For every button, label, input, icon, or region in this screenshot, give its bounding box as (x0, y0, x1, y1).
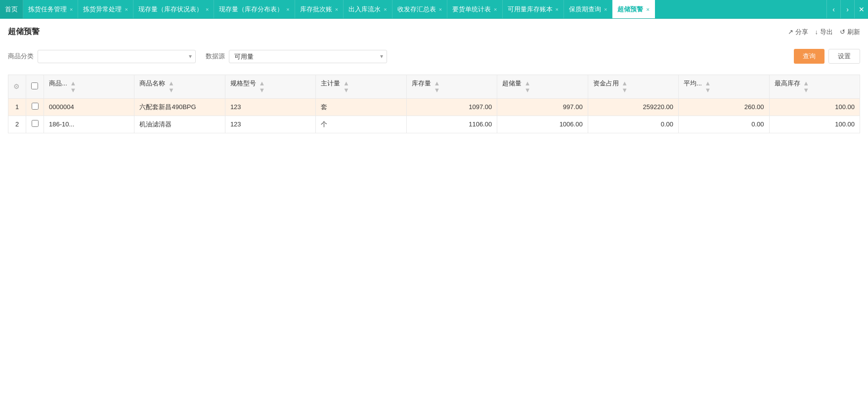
nav-item-overstock[interactable]: 超储预警 × (612, 0, 654, 19)
row2-spec: 123 (225, 116, 315, 133)
row1-overstock: 997.00 (497, 98, 588, 116)
nav-close-shelf[interactable]: × (604, 6, 607, 12)
row1-num: 1 (8, 98, 26, 116)
th-overstock[interactable]: 超储量 ▲▼ (497, 75, 588, 99)
nav-item-available-account[interactable]: 可用量库存账本 × (503, 0, 564, 19)
row2-product-name: 机油滤清器 (134, 116, 225, 133)
nav-close-inv-status[interactable]: × (206, 6, 209, 12)
nav-item-shelf-life[interactable]: 保质期查询 × (564, 0, 612, 19)
nav-close-order[interactable]: × (494, 6, 497, 12)
refresh-action[interactable]: ↺ 刷新 (840, 28, 860, 37)
nav-label: 拣货异常处理 (83, 5, 122, 14)
row1-checkbox[interactable] (32, 103, 39, 110)
th-unit-label: 主计量 (321, 79, 340, 87)
share-icon: ↗ (788, 28, 793, 36)
datasource-filter-group: 数据源 可用量 库存量 (206, 50, 387, 63)
nav-arrow-close[interactable]: ✕ (854, 0, 868, 19)
row1-max-stock: 100.00 (769, 98, 860, 116)
nav-arrows: ‹ › ✕ (826, 0, 868, 19)
table-row: 2 186-10... 机油滤清器 123 个 1106.00 1006.00 … (8, 116, 860, 133)
th-spec-label: 规格型号 (230, 79, 256, 87)
nav-item-task-mgmt[interactable]: 拣货任务管理 × (23, 0, 78, 19)
th-gear[interactable]: ⚙ (8, 75, 26, 99)
nav-label: 现存量（库存分布表） (219, 5, 283, 14)
row2-checkbox-cell[interactable] (26, 116, 44, 133)
nav-label: 要货单统计表 (452, 5, 491, 14)
th-checkbox[interactable] (26, 75, 44, 99)
export-action[interactable]: ↓ 导出 (815, 28, 833, 37)
th-avg-label: 平均... (684, 79, 702, 87)
nav-close-overstock[interactable]: × (646, 6, 649, 12)
settings-button[interactable]: 设置 (828, 49, 860, 64)
gear-settings-icon[interactable]: ⚙ (13, 82, 20, 90)
category-label: 商品分类 (8, 52, 34, 61)
th-product-name-label: 商品名称 (139, 79, 165, 87)
th-overstock-label: 超储量 (502, 79, 521, 87)
th-avg[interactable]: 平均... ▲▼ (679, 75, 769, 99)
nav-arrow-right[interactable]: › (840, 0, 854, 19)
row2-overstock: 1006.00 (497, 116, 588, 133)
row1-stock: 1097.00 (406, 98, 497, 116)
row2-checkbox[interactable] (32, 120, 39, 127)
nav-item-inventory-batch[interactable]: 库存批次账 × (295, 0, 344, 19)
nav-item-collect-summary[interactable]: 收发存汇总表 × (392, 0, 447, 19)
datasource-select-wrapper: 可用量 库存量 (229, 50, 387, 63)
nav-item-home-label: 首页 (5, 5, 18, 14)
row1-spec: 123 (225, 98, 315, 116)
row2-capital: 0.00 (588, 116, 678, 133)
nav-close-available[interactable]: × (556, 6, 559, 12)
select-all-checkbox[interactable] (31, 82, 38, 89)
th-stock[interactable]: 库存量 ▲▼ (406, 75, 497, 99)
datasource-select[interactable]: 可用量 库存量 (229, 50, 387, 63)
export-label: 导出 (820, 28, 833, 37)
nav-label: 库存批次账 (300, 5, 332, 14)
nav-close-task-mgmt[interactable]: × (70, 6, 73, 12)
th-product-code-label: 商品... (49, 79, 67, 87)
query-button[interactable]: 查询 (794, 49, 825, 64)
sort-icon-product-name: ▲▼ (168, 80, 174, 94)
th-max-stock-label: 最高库存 (775, 79, 800, 87)
nav-close-inv-batch[interactable]: × (335, 6, 338, 12)
page-header: 超储预警 ↗ 分享 ↓ 导出 ↺ 刷新 (8, 27, 860, 37)
sort-icon-max-stock: ▲▼ (803, 80, 809, 94)
page-container: 超储预警 ↗ 分享 ↓ 导出 ↺ 刷新 商品分类 (0, 19, 868, 395)
row2-avg: 0.00 (679, 116, 769, 133)
nav-item-inventory-status[interactable]: 现存量（库存状况表） × (133, 0, 214, 19)
row1-checkbox-cell[interactable] (26, 98, 44, 116)
category-select[interactable] (38, 50, 196, 63)
export-icon: ↓ (815, 28, 819, 36)
th-capital-label: 资金占用 (593, 79, 619, 87)
nav-item-home[interactable]: 首页 (0, 0, 23, 19)
th-max-stock[interactable]: 最高库存 ▲▼ (769, 75, 860, 99)
th-capital[interactable]: 资金占用 ▲▼ (588, 75, 678, 99)
row2-product-code: 186-10... (44, 116, 134, 133)
th-product-code[interactable]: 商品... ▲▼ (44, 75, 134, 99)
nav-item-abnormal[interactable]: 拣货异常处理 × (78, 0, 133, 19)
nav-item-inout-flow[interactable]: 出入库流水 × (344, 0, 392, 19)
sort-icon-avg: ▲▼ (705, 80, 711, 94)
nav-item-order-stats[interactable]: 要货单统计表 × (447, 0, 502, 19)
table-row: 1 0000004 六配套新昌490BPG 123 套 1097.00 997.… (8, 98, 860, 116)
datasource-label: 数据源 (206, 52, 225, 61)
nav-label: 出入库流水 (348, 5, 381, 14)
category-filter-group: 商品分类 (8, 50, 196, 63)
nav-close-inout[interactable]: × (384, 6, 387, 12)
category-select-wrapper (38, 50, 196, 63)
header-actions: ↗ 分享 ↓ 导出 ↺ 刷新 (788, 28, 861, 37)
th-product-name[interactable]: 商品名称 ▲▼ (134, 75, 225, 99)
nav-close-inv-dist[interactable]: × (286, 6, 289, 12)
nav-item-inventory-dist[interactable]: 现存量（库存分布表） × (214, 0, 295, 19)
filter-actions: 查询 设置 (794, 49, 860, 64)
nav-close-collect[interactable]: × (439, 6, 442, 12)
table-body: 1 0000004 六配套新昌490BPG 123 套 1097.00 997.… (8, 98, 860, 133)
nav-close-abnormal[interactable]: × (125, 6, 128, 12)
nav-label: 超储预警 (617, 5, 643, 14)
sort-icon-capital: ▲▼ (621, 80, 628, 94)
row1-product-code: 0000004 (44, 98, 134, 116)
th-spec[interactable]: 规格型号 ▲▼ (225, 75, 315, 99)
th-unit[interactable]: 主计量 ▲▼ (316, 75, 406, 99)
row2-unit: 个 (316, 116, 406, 133)
nav-arrow-left[interactable]: ‹ (826, 0, 840, 19)
share-action[interactable]: ↗ 分享 (788, 28, 808, 37)
share-label: 分享 (795, 28, 808, 37)
